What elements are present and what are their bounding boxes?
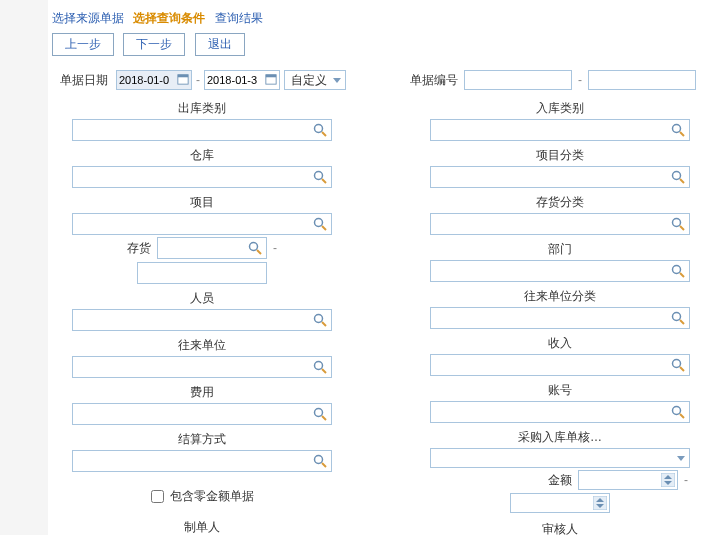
chevron-down-icon: [677, 456, 685, 461]
search-icon[interactable]: [312, 122, 328, 138]
tab-source[interactable]: 选择来源单据: [52, 11, 124, 25]
out-type-label: 出库类别: [52, 96, 352, 119]
date-from[interactable]: [116, 70, 192, 90]
include-zero-checkbox[interactable]: [151, 490, 164, 503]
settle-label: 结算方式: [52, 427, 352, 450]
search-icon[interactable]: [247, 240, 263, 256]
amount-to[interactable]: [510, 493, 610, 513]
svg-point-14: [315, 362, 323, 370]
project-label: 项目: [52, 190, 352, 213]
search-icon[interactable]: [670, 357, 686, 373]
svg-point-22: [673, 172, 681, 180]
fee-label: 费用: [52, 380, 352, 403]
spinner-icon[interactable]: [661, 473, 675, 487]
svg-point-10: [250, 243, 258, 251]
po-in-dropdown[interactable]: [430, 448, 690, 468]
svg-point-6: [315, 172, 323, 180]
chevron-down-icon: [333, 78, 341, 83]
svg-line-11: [257, 250, 261, 254]
inv-cat-label: 存货分类: [410, 190, 710, 213]
svg-line-19: [322, 463, 326, 467]
svg-line-13: [322, 322, 326, 326]
docnum-from-input[interactable]: [464, 70, 572, 90]
svg-point-30: [673, 360, 681, 368]
person-label: 人员: [52, 286, 352, 309]
prev-button[interactable]: 上一步: [52, 33, 114, 56]
inventory-separator: -: [273, 241, 277, 255]
svg-point-4: [315, 125, 323, 133]
maker-label: 制单人: [52, 515, 352, 535]
tab-results[interactable]: 查询结果: [215, 11, 263, 25]
svg-point-24: [673, 219, 681, 227]
calendar-icon[interactable]: [177, 73, 189, 87]
svg-line-17: [322, 416, 326, 420]
auditor-label: 审核人: [410, 517, 710, 535]
search-icon[interactable]: [312, 453, 328, 469]
docnum-to-input[interactable]: [588, 70, 696, 90]
inventory-to-input[interactable]: [137, 262, 267, 284]
svg-point-8: [315, 219, 323, 227]
fee-input[interactable]: [72, 403, 332, 425]
proj-cat-label: 项目分类: [410, 143, 710, 166]
date-from-input[interactable]: [119, 74, 177, 86]
svg-line-33: [680, 414, 684, 418]
date-label: 单据日期: [52, 72, 112, 89]
svg-point-18: [315, 456, 323, 464]
warehouse-input[interactable]: [72, 166, 332, 188]
search-icon[interactable]: [670, 263, 686, 279]
search-icon[interactable]: [670, 216, 686, 232]
warehouse-label: 仓库: [52, 143, 352, 166]
amount-from-input[interactable]: [579, 473, 659, 487]
search-icon[interactable]: [670, 404, 686, 420]
include-zero-label: 包含零金额单据: [170, 488, 254, 505]
left-column: 单据日期 - 自定义: [52, 70, 352, 535]
inventory-from-input[interactable]: [157, 237, 267, 259]
date-to[interactable]: [204, 70, 280, 90]
svg-point-12: [315, 315, 323, 323]
svg-point-26: [673, 266, 681, 274]
project-input[interactable]: [72, 213, 332, 235]
svg-line-5: [322, 132, 326, 136]
search-icon[interactable]: [670, 122, 686, 138]
search-icon[interactable]: [670, 169, 686, 185]
svg-point-32: [673, 407, 681, 415]
account-input[interactable]: [430, 401, 690, 423]
settle-input[interactable]: [72, 450, 332, 472]
search-icon[interactable]: [312, 169, 328, 185]
income-label: 收入: [410, 331, 710, 354]
amount-from[interactable]: [578, 470, 678, 490]
spinner-icon[interactable]: [593, 496, 607, 510]
amount-to-input[interactable]: [511, 496, 591, 510]
partner-input[interactable]: [72, 356, 332, 378]
person-input[interactable]: [72, 309, 332, 331]
inv-cat-input[interactable]: [430, 213, 690, 235]
search-icon[interactable]: [312, 216, 328, 232]
exit-button[interactable]: 退出: [195, 33, 245, 56]
date-to-input[interactable]: [207, 74, 265, 86]
date-range-dropdown[interactable]: 自定义: [284, 70, 346, 90]
partner-cat-input[interactable]: [430, 307, 690, 329]
search-icon[interactable]: [312, 406, 328, 422]
svg-line-7: [322, 179, 326, 183]
svg-rect-3: [266, 75, 276, 78]
right-column: 单据编号 - 入库类别 项目分类: [410, 70, 710, 535]
search-icon[interactable]: [312, 312, 328, 328]
proj-cat-input[interactable]: [430, 166, 690, 188]
tab-query-conditions[interactable]: 选择查询条件: [133, 11, 205, 25]
docnum-label: 单据编号: [410, 72, 458, 89]
income-input[interactable]: [430, 354, 690, 376]
in-type-input[interactable]: [430, 119, 690, 141]
search-icon[interactable]: [312, 359, 328, 375]
partner-cat-label: 往来单位分类: [410, 284, 710, 307]
svg-line-25: [680, 226, 684, 230]
search-icon[interactable]: [670, 310, 686, 326]
calendar-icon[interactable]: [265, 73, 277, 87]
svg-line-27: [680, 273, 684, 277]
svg-rect-1: [178, 75, 188, 78]
tab-bar: 选择来源单据 选择查询条件 查询结果: [52, 8, 719, 33]
dept-input[interactable]: [430, 260, 690, 282]
docnum-separator: -: [578, 73, 582, 87]
out-type-input[interactable]: [72, 119, 332, 141]
amount-separator: -: [684, 473, 688, 487]
next-button[interactable]: 下一步: [123, 33, 185, 56]
